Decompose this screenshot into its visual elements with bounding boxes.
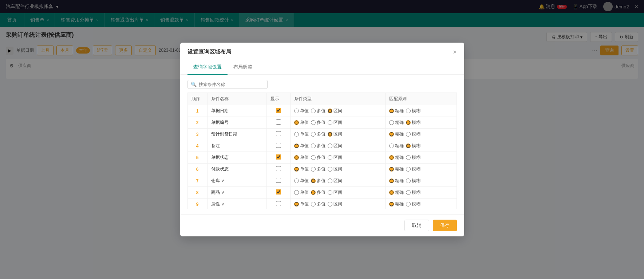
modal-tabs: 查询字段设置 布局调整 <box>180 60 464 75</box>
modal-close-btn[interactable]: × <box>453 49 457 55</box>
modal-title: 设置查询区域布局 <box>187 48 231 55</box>
modal-body: 🔍 顺序 条件名称 显示 条件类型 匹配原则 <box>180 75 464 83</box>
tab-layout-adjust[interactable]: 布局调整 <box>228 60 258 75</box>
modal-dialog: 设置查询区域布局 × 查询字段设置 布局调整 🔍 <box>180 43 464 83</box>
search-row: 🔍 <box>187 80 268 83</box>
modal-overlay: 设置查询区域布局 × 查询字段设置 布局调整 🔍 <box>0 0 644 83</box>
search-input[interactable] <box>199 82 264 83</box>
tab-query-fields[interactable]: 查询字段设置 <box>187 60 228 75</box>
modal-header: 设置查询区域布局 × <box>180 43 464 60</box>
search-icon: 🔍 <box>191 82 197 83</box>
